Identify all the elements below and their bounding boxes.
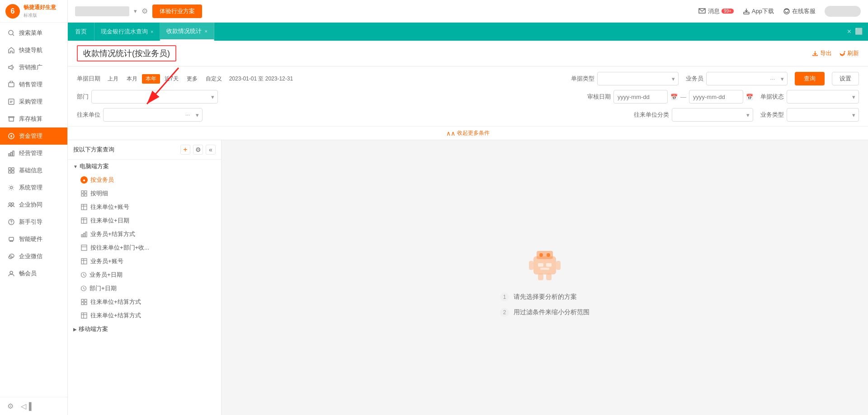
date-filter-group: 单据日期 上月 本月 本年 近7天 更多 自定义 2023-01-01 至 20… [77,74,293,84]
scheme-item-unit-date-label: 往来单位+日期 [90,217,129,225]
department-input[interactable] [91,90,218,104]
inventory-icon [7,115,15,123]
panel-collapse-btn[interactable]: « [206,145,216,155]
scheme-item-salesperson[interactable]: ● 按业务员 [68,173,221,187]
tab-receipt[interactable]: 收款情况统计 × [160,23,214,41]
query-button[interactable]: 查询 [795,72,825,85]
sidebar-item-business[interactable]: 经营管理 [0,145,67,162]
logo-name: 畅捷通好生意 [24,4,56,11]
panel-add-btn[interactable]: + [180,145,190,155]
counterpart-category-input[interactable] [672,108,753,122]
table-icon-4 [80,258,88,265]
scheme-item-salesperson-label: 按业务员 [90,176,114,184]
scheme-item-sales-date[interactable]: 业务员+日期 [68,268,221,282]
date-tab-more[interactable]: 更多 [183,74,201,84]
voucher-status-input[interactable] [787,90,859,104]
sidebar-item-inventory[interactable]: 库存核算 [0,110,67,127]
messages-btn[interactable]: 消息 99+ [698,7,734,15]
collapse-icon: ∧∧ [446,130,455,137]
tab-bank[interactable]: 现金银行流水查询 × [94,23,160,41]
window-close-icon[interactable]: × [847,28,851,36]
voucher-type-select[interactable] [597,72,679,85]
app-download-btn[interactable]: App下载 [743,7,774,15]
scheme-item-sales-account-label: 业务员+账号 [90,257,123,265]
user-avatar-area[interactable] [825,6,861,17]
refresh-btn[interactable]: 刷新 [839,49,859,57]
date-tab-lastmonth[interactable]: 上月 [104,74,122,84]
logo-text-area: 畅捷通好生意 标准版 [24,4,56,19]
voucher-type-select-wrapper: ▾ [597,72,679,85]
svg-rect-43 [81,299,84,302]
online-service-btn[interactable]: 在线客服 [783,7,816,15]
user-company-placeholder [75,6,129,16]
sidebar-item-system[interactable]: 系统管理 [0,179,67,196]
sidebar-item-quicknav[interactable]: 快捷导航 [0,42,67,59]
svg-rect-46 [85,302,87,305]
sidebar-item-purchase[interactable]: 采购管理 [0,93,67,110]
trial-button[interactable]: 体验行业方案 [152,5,202,18]
dropdown-icon[interactable]: ▾ [134,8,137,14]
sidebar-item-basicinfo[interactable]: 基础信息 [0,162,67,179]
salesperson-more-icon[interactable]: ··· [770,75,775,82]
clock-icon-1 [80,272,87,278]
counterpart-more-icon[interactable]: ··· [185,112,190,118]
scheme-item-unit-date[interactable]: 往来单位+日期 [68,214,221,227]
svg-point-16 [11,223,12,224]
scheme-item-sales-payment[interactable]: 业务员+结算方式 [68,227,221,241]
sidebar-item-fund[interactable]: 资金管理 [0,127,67,145]
scheme-item-sales-account[interactable]: 业务员+账号 [68,255,221,268]
review-date-calendar-icon-2[interactable]: 📅 [746,94,753,100]
salesperson-input[interactable] [706,72,788,85]
sidebar-item-sales[interactable]: 销售管理 [0,76,67,93]
svg-rect-54 [538,263,543,267]
scheme-group-desktop-header[interactable]: ▼ 电脑端方案 [68,160,221,173]
date-tab-thismonth[interactable]: 本月 [123,74,141,84]
sidebar-item-member[interactable]: 畅会员 [0,265,67,282]
settings-footer-icon[interactable]: ⚙ [7,402,14,410]
settings-button[interactable]: 设置 [832,72,859,85]
date-tab-7days[interactable]: 近7天 [161,74,182,84]
sidebar-item-marketing[interactable]: 营销推广 [0,59,67,76]
scheme-item-detail-label: 按明细 [90,189,108,198]
scheme-group-mobile-header[interactable]: ▶ 移动端方案 [68,322,221,336]
salesperson-label: 业务员 [686,75,703,83]
sidebar-item-wechat[interactable]: 企业微信 [0,248,67,265]
sidebar-item-collab[interactable]: 企业协同 [0,196,67,213]
window-maximize-icon[interactable]: ⬜ [855,28,863,36]
scheme-item-unit-account[interactable]: 往来单位+账号 [68,200,221,214]
tab-home[interactable]: 首页 [68,23,94,41]
sidebar: 6 畅捷通好生意 标准版 搜索菜单 快捷导航 [0,0,68,415]
business-type-input[interactable] [787,108,859,122]
scheme-item-unit-payment-1[interactable]: 往来单位+结算方式 [68,295,221,309]
review-date-from-input[interactable] [613,90,668,104]
review-date-calendar-icon-1[interactable]: 📅 [670,94,678,100]
scheme-item-unit-payment-2[interactable]: 往来单位+结算方式 [68,309,221,322]
scheme-item-dept-date[interactable]: 部门+日期 [68,282,221,295]
panel-title: 按以下方案查询 [73,146,114,154]
collapse-bar[interactable]: ∧∧ 收起更多条件 [68,126,868,140]
header-gear-icon[interactable]: ⚙ [142,7,148,15]
page-header: 收款情况统计(按业务员) 导出 刷新 [68,41,868,66]
scheme-group-mobile-label: 移动端方案 [79,325,108,333]
scheme-item-detail[interactable]: 按明细 [68,187,221,200]
logo-icon: 6 [5,4,20,19]
sidebar-item-hardware[interactable]: 智能硬件 [0,231,67,248]
tab-close-bank[interactable]: × [151,29,153,34]
collapse-label: 收起更多条件 [457,129,490,137]
review-date-to-input[interactable] [689,90,743,104]
step-num-2: 2 [500,308,509,317]
sidebar-item-search[interactable]: 搜索菜单 [0,24,67,42]
tab-close-receipt[interactable]: × [204,28,207,34]
date-tab-thisyear[interactable]: 本年 [142,74,160,84]
collapse-sidebar-icon[interactable]: ◁▐ [21,402,31,410]
triangle-down-icon: ▼ [73,164,78,169]
scheme-item-sales-payment-label: 业务员+结算方式 [90,230,135,238]
export-btn[interactable]: 导出 [812,49,832,57]
hardware-icon [7,235,15,243]
scheme-item-unit-dept-collect[interactable]: 按往来单位+部门+收... [68,241,221,255]
sidebar-item-guide[interactable]: 新手引导 [0,213,67,231]
panel-settings-btn[interactable]: ⚙ [193,145,203,155]
date-tab-custom[interactable]: 自定义 [202,74,226,84]
panel-action-area: + ⚙ « [180,145,216,155]
messages-label: 消息 [708,7,720,15]
